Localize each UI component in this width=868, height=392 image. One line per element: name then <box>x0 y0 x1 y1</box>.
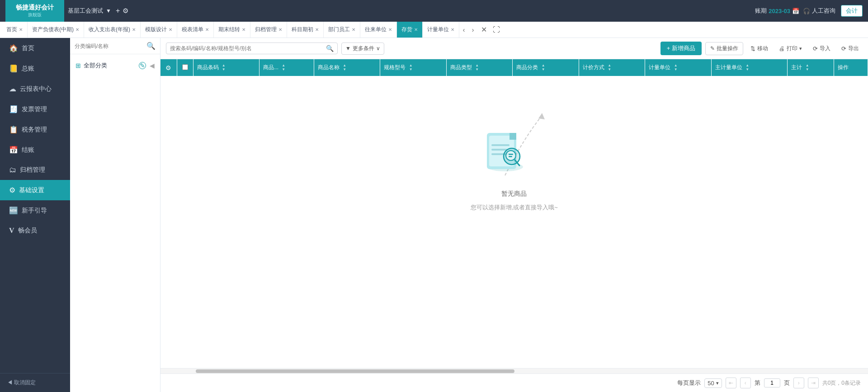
tab-nav-next[interactable]: › <box>468 22 477 38</box>
scrollbar-thumb[interactable] <box>196 369 514 373</box>
tab-archive[interactable]: 归档管理 ✕ <box>250 22 287 38</box>
sidebar-item-ledger[interactable]: 📒 总账 <box>0 58 70 79</box>
per-page-select-wrapper[interactable]: 50 ▾ <box>704 378 722 388</box>
right-content: 🔍 ▼ 更多条件 ∨ + 新增商品 ✎ 批量操作 ⇅ 移动 <box>160 38 868 392</box>
print-button[interactable]: 🖨 打印 ▾ <box>775 43 806 55</box>
sidebar-item-archive[interactable]: 🗂 归档管理 <box>0 160 70 180</box>
col-check[interactable] <box>177 59 193 76</box>
sort-spec[interactable]: ▲▼ <box>409 64 413 71</box>
select-all-checkbox[interactable] <box>182 64 188 70</box>
tab-close-tax[interactable]: ✕ <box>205 27 209 32</box>
tab-subject-init[interactable]: 科目期初 ✕ <box>287 22 324 38</box>
page-number-input[interactable] <box>764 378 780 387</box>
tree-item-all[interactable]: ⊞ 全部分类 ✎ ◀ <box>70 58 160 73</box>
tab-tax[interactable]: 税表清单 ✕ <box>177 22 214 38</box>
table-settings-icon[interactable]: ⚙ <box>165 64 171 71</box>
add-product-button[interactable]: + 新增商品 <box>660 42 702 55</box>
tab-close-balance[interactable]: ✕ <box>75 27 79 32</box>
account-button[interactable]: 会计 <box>841 5 863 17</box>
tab-period-close[interactable]: 期末结转 ✕ <box>214 22 250 38</box>
sidebar-item-tax[interactable]: 📋 税务管理 <box>0 119 70 140</box>
main-layout: 🏠 首页 📒 总账 ☁ 云报表中心 🧾 发票管理 📋 税务管理 📅 结账 <box>0 38 868 392</box>
period-area: 账期 2023-03 📅 <box>755 7 799 15</box>
calendar-icon[interactable]: 📅 <box>792 8 799 14</box>
tab-contacts[interactable]: 往来单位 ✕ <box>360 22 397 38</box>
svg-rect-12 <box>509 156 512 157</box>
tab-close-home[interactable]: ✕ <box>19 27 23 32</box>
tab-home[interactable]: 首页 ✕ <box>2 22 28 38</box>
horizontal-scrollbar[interactable] <box>160 368 868 373</box>
export-button[interactable]: ⟳ 导出 <box>838 43 863 55</box>
sort-pricing[interactable]: ▲▼ <box>608 64 611 71</box>
product-search-box[interactable]: 🔍 <box>166 43 338 54</box>
tax-icon: 📋 <box>9 125 18 134</box>
tab-close-unit[interactable]: ✕ <box>451 27 454 32</box>
settings-icon: ⚙ <box>9 186 15 194</box>
tab-close-archive[interactable]: ✕ <box>278 27 282 32</box>
sidebar-item-home[interactable]: 🏠 首页 <box>0 38 70 58</box>
sort-main-unit[interactable]: ▲▼ <box>745 64 749 71</box>
sidebar-item-member[interactable]: V 畅会员 <box>0 221 70 241</box>
tab-income[interactable]: 收入支出表(年报) ✕ <box>84 22 141 38</box>
consult-button[interactable]: 🎧 人工咨询 <box>803 7 835 15</box>
page-prev-button[interactable]: ‹ <box>740 378 751 388</box>
tab-dept-staff[interactable]: 部门员工 ✕ <box>324 22 360 38</box>
search-icon[interactable]: 🔍 <box>146 42 156 50</box>
tab-close-template[interactable]: ✕ <box>169 27 172 32</box>
sort-unit[interactable]: ▲▼ <box>674 64 678 71</box>
tab-close-dept-staff[interactable]: ✕ <box>352 27 355 32</box>
empty-illustration <box>469 103 559 184</box>
tab-expand-button[interactable]: ⛶ <box>490 22 503 38</box>
per-page-chevron-icon[interactable]: ▾ <box>716 380 719 386</box>
search-icon[interactable]: 🔍 <box>326 45 334 52</box>
sidebar-item-reports[interactable]: ☁ 云报表中心 <box>0 79 70 99</box>
page-first-button[interactable]: ⇤ <box>726 378 736 388</box>
sort-barcode[interactable]: ▲▼ <box>222 64 226 71</box>
sort-code[interactable]: ▲▼ <box>282 64 285 71</box>
add-icon[interactable]: + <box>116 7 120 15</box>
tab-nav-prev[interactable]: ‹ <box>459 22 468 38</box>
move-button[interactable]: ⇅ 移动 <box>747 43 772 55</box>
tab-close-contacts[interactable]: ✕ <box>388 27 392 32</box>
sidebar-item-label: 结账 <box>22 146 34 154</box>
svg-marker-0 <box>538 113 545 119</box>
sort-name[interactable]: ▲▼ <box>343 64 346 71</box>
tab-inventory[interactable]: 存货 ✕ <box>397 22 423 38</box>
filter-button[interactable]: ▼ 更多条件 ∨ <box>341 43 384 55</box>
chevron-down-icon[interactable]: ▼ <box>106 8 111 14</box>
sidebar-item-settings[interactable]: ⚙ 基础设置 <box>0 180 70 200</box>
sort-main[interactable]: ▲▼ <box>806 64 809 71</box>
tab-close-inventory[interactable]: ✕ <box>414 27 418 32</box>
tab-template[interactable]: 模版设计 ✕ <box>141 22 177 38</box>
per-page-label: 每页显示 <box>677 379 701 387</box>
sort-category[interactable]: ▲▼ <box>542 64 545 71</box>
tab-unit[interactable]: 计量单位 ✕ <box>423 22 459 38</box>
edit-category-icon[interactable]: ✎ <box>139 62 146 69</box>
sidebar-item-invoice[interactable]: 🧾 发票管理 <box>0 99 70 119</box>
col-main: 主计 ▲▼ <box>788 59 834 76</box>
batch-operation-button[interactable]: ✎ 批量操作 <box>705 42 743 55</box>
period-value: 2023-03 <box>769 8 790 14</box>
product-search-input[interactable] <box>170 45 323 52</box>
sidebar-item-label: 畅会员 <box>18 227 37 235</box>
collapse-panel-icon[interactable]: ◀ <box>150 62 155 69</box>
page-last-button[interactable]: ⇥ <box>808 378 819 388</box>
category-search-input[interactable] <box>75 43 144 49</box>
sidebar-unpin-button[interactable]: ◀ 取消固定 <box>0 373 70 392</box>
import-button[interactable]: ⟳ 导入 <box>809 43 834 55</box>
sidebar-item-closing[interactable]: 📅 结账 <box>0 140 70 160</box>
home-icon: 🏠 <box>9 44 18 52</box>
tab-close-all-button[interactable]: ✕ <box>477 22 490 38</box>
settings-icon[interactable]: ⚙ <box>123 7 128 15</box>
sort-type[interactable]: ▲▼ <box>475 64 479 71</box>
page-next-button[interactable]: › <box>793 378 804 388</box>
tab-balance[interactable]: 资产负债表(中期) ✕ <box>28 22 84 38</box>
col-settings[interactable]: ⚙ <box>160 59 177 76</box>
sidebar-item-guide[interactable]: 🆕 新手引导 <box>0 200 70 221</box>
tab-close-income[interactable]: ✕ <box>132 27 136 32</box>
col-type: 商品类型 ▲▼ <box>446 59 513 76</box>
tab-close-period-close[interactable]: ✕ <box>242 27 245 32</box>
company-selector[interactable]: 基层工会测试 ▼ + ⚙ <box>68 7 751 15</box>
tab-label: 往来单位 <box>365 26 387 33</box>
tab-close-subject-init[interactable]: ✕ <box>315 27 319 32</box>
